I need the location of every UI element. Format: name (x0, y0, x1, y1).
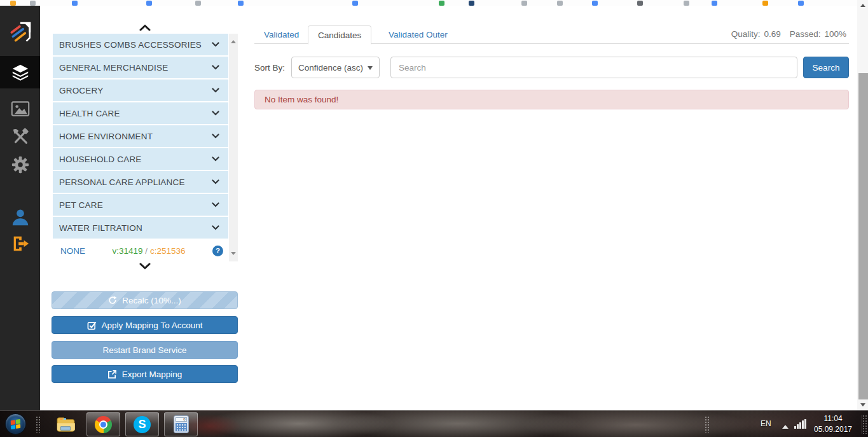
bookmark-favicon[interactable] (238, 1, 244, 6)
candidate-count: c:251536 (150, 246, 186, 256)
category-label: PERSONAL CARE APPLIANCE (59, 177, 212, 187)
scrollbar-down-button[interactable] (857, 400, 868, 410)
scroll-up-chevron[interactable] (135, 24, 155, 33)
category-label: PET CARE (59, 200, 212, 210)
chevron-down-icon[interactable] (212, 88, 219, 93)
category-row[interactable]: PERSONAL CARE APPLIANCE (53, 171, 228, 193)
check-square-icon (87, 321, 97, 330)
help-icon[interactable]: ? (212, 246, 223, 256)
restart-brand-service-button[interactable]: Restart Brand Service (52, 341, 238, 359)
bookmark-favicon[interactable] (557, 1, 563, 6)
skype-icon: S (134, 416, 151, 433)
chevron-down-icon[interactable] (212, 42, 219, 47)
bookmark-favicon[interactable] (637, 1, 643, 6)
sidebar-item-images[interactable] (0, 95, 40, 123)
chevron-down-icon[interactable] (212, 156, 219, 162)
browser-scrollbar[interactable] (857, 0, 868, 410)
tab-validated[interactable]: Validated (254, 25, 308, 44)
bookmark-favicon[interactable] (762, 1, 768, 6)
scrollbar-down-arrow[interactable] (231, 252, 236, 258)
none-label[interactable]: NONE (60, 246, 85, 256)
bookmark-favicon[interactable] (521, 1, 527, 6)
chevron-down-icon[interactable] (212, 202, 219, 207)
bookmark-favicon[interactable] (712, 1, 717, 6)
refresh-icon (108, 296, 117, 305)
bookmark-favicon[interactable] (195, 1, 201, 6)
bookmark-favicon[interactable] (352, 1, 358, 6)
folder-icon (56, 416, 75, 433)
scrollbar-up-arrow[interactable] (231, 38, 236, 43)
start-button[interactable] (5, 413, 26, 434)
taskbar-clock[interactable]: 11:04 05.09.2017 (811, 413, 855, 435)
passed-label: Passed: (790, 29, 821, 39)
category-row[interactable]: HOUSEHOLD CARE (53, 148, 228, 170)
file-explorer-button[interactable] (55, 415, 76, 434)
search-button[interactable]: Search (803, 57, 849, 78)
logo-icon (8, 20, 32, 45)
logout-icon (11, 234, 30, 253)
show-hidden-icons-arrow[interactable] (782, 422, 789, 429)
chrome-taskbar-button[interactable] (86, 412, 120, 436)
app-window: BRUSHES COMBS ACCESSORIES GENERAL MERCHA… (0, 6, 857, 410)
category-row[interactable]: PET CARE (53, 194, 228, 216)
app-logo[interactable] (0, 16, 40, 49)
bookmark-favicon[interactable] (439, 1, 444, 6)
calculator-taskbar-button[interactable]: 0 (164, 412, 198, 436)
category-row[interactable]: BRUSHES COMBS ACCESSORIES (53, 34, 228, 55)
category-row[interactable]: HOME ENVIRONMENT (53, 125, 228, 147)
bookmarks-bar[interactable] (0, 0, 868, 6)
scroll-down-chevron[interactable] (135, 263, 155, 272)
category-scrollbar[interactable] (229, 34, 238, 261)
chevron-down-icon[interactable] (212, 179, 219, 184)
scrollbar-thumb[interactable] (858, 73, 868, 399)
taskbar: S 0 EN 11:04 05.09.2017 (0, 410, 868, 437)
apply-mapping-button[interactable]: Apply Mapping To Account (52, 316, 238, 334)
chevron-down-icon[interactable] (212, 65, 219, 70)
sidebar-item-settings[interactable] (0, 151, 40, 179)
no-item-alert: No Item was found! (254, 90, 849, 109)
skype-taskbar-button[interactable]: S (125, 412, 159, 436)
bookmark-favicon[interactable] (30, 1, 36, 6)
chrome-icon (95, 416, 112, 433)
category-row[interactable]: GROCERY (53, 80, 228, 101)
sidebar-item-account[interactable] (0, 203, 40, 231)
category-label: WATER FILTRATION (59, 223, 212, 233)
tools-icon (11, 127, 30, 146)
bookmark-favicon[interactable] (72, 1, 78, 6)
scrollbar-up-button[interactable] (857, 0, 868, 10)
category-row[interactable]: HEALTH CARE (53, 102, 228, 124)
bookmark-favicon[interactable] (798, 1, 804, 6)
passed-value: 100% (824, 29, 846, 39)
sidebar-item-mappings[interactable] (0, 56, 40, 88)
sort-select[interactable]: Confidence (asc) (291, 57, 380, 78)
clock-time: 11:04 (811, 413, 855, 424)
bookmark-favicon[interactable] (10, 1, 16, 6)
bookmark-favicon[interactable] (469, 1, 474, 6)
bookmark-favicon[interactable] (146, 1, 152, 6)
tab-candidates[interactable]: Candidates (308, 25, 371, 45)
chevron-down-icon (139, 263, 151, 270)
tab-validated-outer[interactable]: Validated Outer (379, 25, 457, 44)
quality-stats: Quality:0.69Passed:100% (727, 29, 846, 39)
category-list-items: BRUSHES COMBS ACCESSORIES GENERAL MERCHA… (53, 34, 228, 261)
category-row[interactable]: WATER FILTRATION (53, 217, 228, 239)
chevron-down-icon[interactable] (212, 134, 219, 139)
network-icon[interactable] (794, 419, 807, 429)
category-row[interactable]: GENERAL MERCHANDISE (53, 57, 228, 78)
bookmark-favicon[interactable] (592, 1, 598, 6)
sort-search-row: Sort By: Confidence (asc) Search (254, 57, 849, 78)
show-desktop-button[interactable] (862, 415, 867, 434)
none-row[interactable]: NONE v:31419 / c:251536 ? (53, 240, 228, 261)
chevron-down-icon[interactable] (212, 225, 219, 230)
recalc-button[interactable]: Recalc (10%...) (52, 291, 238, 309)
category-label: HEALTH CARE (59, 109, 212, 118)
search-input[interactable] (390, 57, 797, 78)
language-indicator[interactable]: EN (761, 419, 771, 428)
sidebar-item-tools[interactable] (0, 123, 40, 151)
sidebar-item-logout[interactable] (0, 230, 40, 258)
bookmark-favicon[interactable] (684, 1, 689, 6)
export-mapping-button[interactable]: Export Mapping (52, 365, 238, 383)
windows-logo-icon (11, 419, 20, 429)
quality-label: Quality: (731, 29, 761, 39)
chevron-down-icon[interactable] (212, 111, 219, 116)
